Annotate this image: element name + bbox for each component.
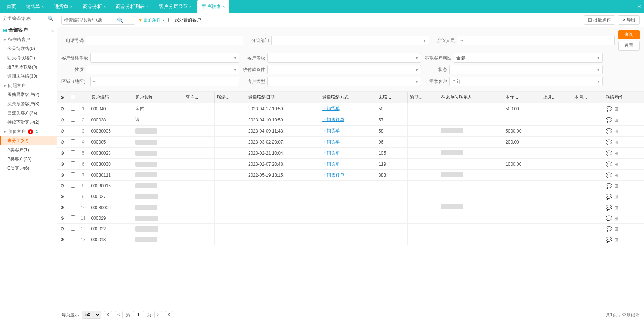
chat-icon[interactable]: 💬 bbox=[606, 205, 612, 211]
apps-icon[interactable]: ⊞ bbox=[614, 117, 619, 123]
nav-tab-purchase[interactable]: 进货单 × bbox=[50, 0, 77, 13]
close-icon[interactable]: × bbox=[70, 4, 72, 9]
more-conditions-button[interactable]: ▼ 更多条件 ▲ bbox=[138, 17, 165, 23]
retail-customer-select[interactable]: 全部 ▼ bbox=[449, 77, 603, 86]
checkbox-cell[interactable] bbox=[68, 202, 78, 213]
sidebar-group-value[interactable]: ▼ 价值客户 ● ↻ bbox=[0, 127, 57, 136]
nav-tab-sales[interactable]: 销售单 × bbox=[21, 0, 48, 13]
last-month-column-header[interactable]: 上月... bbox=[541, 92, 572, 103]
gear-cell[interactable]: ⚙ bbox=[57, 148, 68, 159]
filter-search-box[interactable]: 🔍 bbox=[61, 16, 135, 25]
select-all-checkbox[interactable] bbox=[71, 95, 75, 99]
gear-cell[interactable]: ⚙ bbox=[57, 126, 68, 137]
sidebar-item-today-pending[interactable]: 今天待联络(0) bbox=[0, 44, 57, 53]
gear-cell[interactable]: ⚙ bbox=[57, 159, 68, 170]
checkbox-cell[interactable] bbox=[68, 148, 78, 159]
apps-icon[interactable]: ⊞ bbox=[614, 128, 619, 134]
sidebar-item-a-class[interactable]: A类客户(1) bbox=[0, 145, 57, 155]
manager-input[interactable] bbox=[457, 36, 615, 45]
checkbox-cell[interactable] bbox=[68, 181, 78, 191]
apps-icon[interactable]: ⊞ bbox=[614, 150, 619, 156]
apps-icon[interactable]: ⊞ bbox=[614, 215, 619, 221]
sidebar-group-pending[interactable]: ▼ 待联络客户 bbox=[0, 35, 57, 44]
checkbox-cell[interactable] bbox=[68, 137, 78, 148]
last-contact-way-cell[interactable] bbox=[320, 234, 376, 245]
refresh-icon[interactable]: ↻ bbox=[35, 129, 39, 134]
last-contact-way-cell[interactable]: 下销货单 bbox=[320, 103, 376, 114]
nav-tab-product-analysis[interactable]: 商品分析 × bbox=[78, 0, 110, 13]
chat-icon[interactable]: 💬 bbox=[606, 172, 612, 178]
sidebar-group-problem[interactable]: ▼ 问题客户 bbox=[0, 81, 57, 90]
last-contact-way-cell[interactable] bbox=[320, 191, 376, 202]
chat-icon[interactable]: 💬 bbox=[606, 117, 612, 123]
search-icon[interactable]: 🔍 bbox=[117, 17, 123, 23]
close-icon[interactable]: × bbox=[103, 4, 106, 9]
gear-cell[interactable]: ⚙ bbox=[57, 202, 68, 213]
gear-cell[interactable]: ⚙ bbox=[57, 213, 68, 224]
last-contact-way-column-header[interactable]: 最后联络方式 bbox=[320, 92, 376, 103]
chat-icon[interactable]: 💬 bbox=[606, 150, 612, 156]
sidebar-search-input[interactable] bbox=[3, 16, 46, 21]
page-number-input[interactable] bbox=[133, 311, 144, 318]
checkbox-cell[interactable] bbox=[68, 224, 78, 234]
gear-cell[interactable]: ⚙ bbox=[57, 191, 68, 202]
phone-input[interactable] bbox=[86, 36, 243, 45]
apps-icon[interactable]: ⊞ bbox=[614, 183, 619, 189]
chat-icon[interactable]: 💬 bbox=[606, 161, 612, 167]
settings-column-header[interactable]: ⚙ bbox=[57, 92, 68, 103]
last-contact-way-cell[interactable]: 下销售订单 bbox=[320, 114, 376, 126]
gear-cell[interactable]: ⚙ bbox=[57, 137, 68, 148]
last-contact-way-cell[interactable]: 下销货单 bbox=[320, 159, 376, 170]
nav-tab-product-analysis-list[interactable]: 商品分析列表 × bbox=[112, 0, 153, 13]
chat-icon[interactable]: 💬 bbox=[606, 215, 612, 221]
sidebar-item-churned[interactable]: 已流失客户(24) bbox=[0, 109, 57, 118]
gear-cell[interactable]: ⚙ bbox=[57, 234, 68, 245]
search-icon[interactable]: 🔍 bbox=[47, 15, 54, 21]
reset-button[interactable]: 设置 bbox=[618, 41, 640, 51]
type-column-header[interactable]: 客户... bbox=[183, 92, 215, 103]
close-icon[interactable]: × bbox=[42, 4, 44, 9]
last-contact-way-cell[interactable]: 下销售订单 bbox=[320, 170, 376, 181]
export-button[interactable]: ↗ 导出 bbox=[618, 15, 640, 25]
apps-icon[interactable]: ⊞ bbox=[614, 106, 619, 112]
customer-grade-select[interactable]: ▼ bbox=[267, 53, 421, 63]
this-year-column-header[interactable]: 本年... bbox=[503, 92, 541, 103]
checkbox-cell[interactable] bbox=[68, 103, 78, 114]
sidebar-item-c-class[interactable]: C类客户(6) bbox=[0, 164, 57, 173]
apps-icon[interactable]: ⊞ bbox=[614, 237, 619, 243]
last-contact-way-cell[interactable] bbox=[320, 181, 376, 191]
query-button[interactable]: 查询 bbox=[618, 30, 640, 39]
chat-icon[interactable]: 💬 bbox=[606, 237, 612, 243]
sidebar-item-overdue[interactable]: 逾期未联络(30) bbox=[0, 72, 57, 81]
checkbox-cell[interactable] bbox=[68, 234, 78, 245]
chat-icon[interactable]: 💬 bbox=[606, 226, 612, 232]
nature-select[interactable]: ▼ bbox=[86, 65, 239, 74]
apps-icon[interactable]: ⊞ bbox=[614, 172, 619, 178]
gear-cell[interactable]: ⚙ bbox=[57, 170, 68, 181]
apps-icon[interactable]: ⊞ bbox=[614, 161, 619, 167]
checkbox-cell[interactable] bbox=[68, 213, 78, 224]
last-contact-way-cell[interactable] bbox=[320, 213, 376, 224]
retail-attr-select[interactable]: 全部 ▼ bbox=[454, 53, 603, 63]
apps-icon[interactable]: ⊞ bbox=[614, 139, 619, 145]
last-contact-way-cell[interactable]: 下销货单 bbox=[320, 137, 376, 148]
per-page-select[interactable]: 50 100 200 bbox=[82, 311, 101, 319]
first-page-button[interactable]: K bbox=[104, 311, 112, 318]
price-grade-select[interactable]: ▼ bbox=[90, 53, 239, 63]
checkbox-cell[interactable] bbox=[68, 159, 78, 170]
customer-type-select[interactable]: ▼ bbox=[267, 77, 421, 86]
status-select[interactable]: ▼ bbox=[449, 65, 603, 74]
last-contact-date-column-header[interactable]: 最后联络日期 bbox=[246, 92, 320, 103]
gear-cell[interactable]: ⚙ bbox=[57, 103, 68, 114]
checkbox-column-header[interactable] bbox=[68, 92, 78, 103]
sidebar-item-abnormal[interactable]: 囤购异常客户(2) bbox=[0, 90, 57, 99]
nav-home[interactable]: 首页 bbox=[3, 0, 20, 13]
last-contact-way-cell[interactable] bbox=[320, 224, 376, 234]
name-column-header[interactable]: 客户名称 bbox=[133, 92, 183, 103]
close-icon[interactable]: × bbox=[189, 4, 191, 9]
sidebar-item-tomorrow-pending[interactable]: 明天待联络(1) bbox=[0, 53, 57, 63]
sidebar-item-b-class[interactable]: B类客户(33) bbox=[0, 155, 57, 164]
chat-icon[interactable]: 💬 bbox=[606, 139, 612, 145]
code-column-header[interactable]: 客户编码 bbox=[89, 92, 133, 103]
not-contact-column-header[interactable]: 未联... bbox=[376, 92, 408, 103]
